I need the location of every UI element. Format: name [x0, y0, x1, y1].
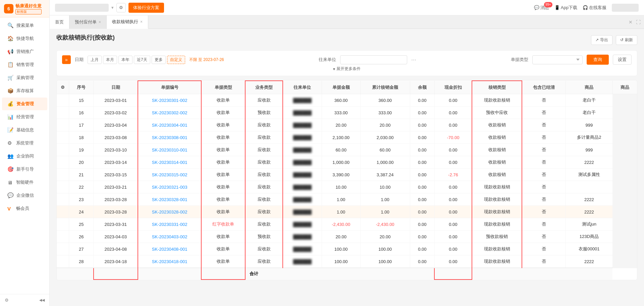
- topbar-right: 💬 消息 99+ 📱 App下载 🎧 在线客服: [534, 4, 639, 12]
- doc-no-link[interactable]: SK-20230302-002: [152, 110, 187, 115]
- table-row: 192023-03-10SK-20230310-001收款单应收款██████6…: [57, 144, 637, 156]
- table-cell[interactable]: SK-20230304-001: [138, 119, 201, 131]
- doc-no-link[interactable]: SK-20230315-002: [152, 172, 187, 177]
- basic-icon: 📝: [7, 127, 14, 133]
- table-scroll[interactable]: ⚙ 序号 日期 单据编号 单据类型 业务类型 往来单位 单据金额 累计核销金额 …: [57, 80, 637, 280]
- sidebar-label-member: 畅会员: [16, 205, 29, 211]
- setting-button[interactable]: 设置: [613, 55, 632, 65]
- tab-prepay-close[interactable]: ×: [99, 20, 101, 24]
- period-btn-custom[interactable]: 自定义: [167, 56, 185, 64]
- partner-input[interactable]: [340, 55, 407, 64]
- table-cell: ██████: [283, 119, 322, 131]
- doc-no-link[interactable]: SK-20230331-002: [152, 222, 187, 227]
- table-cell[interactable]: SK-20230331-002: [138, 218, 201, 231]
- sidebar-item-corp[interactable]: 👥 企业协同: [2, 150, 47, 163]
- sidebar-label-guide: 新手引导: [16, 166, 34, 172]
- export-button[interactable]: ↗ 导出: [591, 35, 612, 45]
- doc-no-link[interactable]: SK-20230308-001: [152, 135, 187, 140]
- period-btn-more[interactable]: 更多: [152, 56, 166, 64]
- tab-collection-close[interactable]: ×: [140, 19, 143, 24]
- table-cell[interactable]: SK-20230301-002: [138, 94, 201, 107]
- period-btn-this-year[interactable]: 本年: [118, 56, 132, 64]
- app-download-button[interactable]: 📱 App下载: [554, 5, 577, 11]
- tab-collection[interactable]: 收款核销执行 ×: [107, 15, 148, 29]
- tab-prepay[interactable]: 预付应付单 ×: [69, 15, 107, 29]
- sidebar-item-system[interactable]: ⚙ 系统管理: [2, 137, 47, 149]
- doc-no-link[interactable]: SK-20230310-001: [152, 147, 187, 152]
- doc-no-link[interactable]: SK-20230321-003: [152, 185, 187, 190]
- table-cell: ██████: [283, 131, 322, 144]
- dropdown-arrow-icon[interactable]: ▾: [111, 5, 114, 10]
- table-cell[interactable]: SK-20230310-001: [138, 144, 201, 156]
- doc-no-link[interactable]: SK-20230328-002: [152, 209, 187, 215]
- table-cell[interactable]: SK-20230321-003: [138, 181, 201, 193]
- table-cell[interactable]: SK-20230328-002: [138, 206, 201, 218]
- sidebar-label-sales: 销售管理: [16, 62, 34, 68]
- sidebar-item-marketing[interactable]: 📢 营销推广: [2, 45, 47, 58]
- doc-no-link[interactable]: SK-20230314-001: [152, 160, 187, 165]
- sidebar-item-finance[interactable]: 💰 资金管理: [2, 98, 47, 110]
- table-cell: 0.00: [434, 156, 472, 169]
- sidebar-item-hardware[interactable]: 🖥 智能硬件: [2, 176, 47, 189]
- sidebar-item-guide[interactable]: 🎯 新手引导: [2, 163, 47, 176]
- period-btn-last-month[interactable]: 上月: [88, 56, 102, 64]
- sidebar-item-purchase[interactable]: 🛒 采购管理: [2, 71, 47, 84]
- doc-no-link[interactable]: SK-20230304-001: [152, 123, 187, 128]
- doc-no-link[interactable]: SK-20230301-002: [152, 98, 187, 103]
- sidebar-item-wechat[interactable]: 💬 企业微信: [2, 189, 47, 202]
- period-btn-7days[interactable]: 近7天: [134, 56, 150, 64]
- expand-more-btn[interactable]: ▾ 展开更多条件: [62, 65, 632, 72]
- gear-button[interactable]: ⚙: [116, 3, 126, 12]
- doc-no-link[interactable]: SK-20230408-001: [152, 247, 187, 252]
- message-button[interactable]: 💬 消息 99+: [534, 5, 549, 11]
- sidebar-item-operation[interactable]: 📊 经营管理: [2, 111, 47, 123]
- sidebar-item-basic[interactable]: 📝 基础信息: [2, 124, 47, 136]
- tab-home[interactable]: 首页: [50, 15, 69, 29]
- table-cell: ██████: [283, 144, 322, 156]
- table-cell[interactable]: SK-20230315-002: [138, 169, 201, 181]
- sidebar-item-sales[interactable]: 📋 销售管理: [2, 58, 47, 71]
- home-icon: 🏠: [7, 36, 14, 42]
- query-button[interactable]: 查询: [587, 55, 609, 65]
- partner-blurred: ██████: [293, 98, 312, 103]
- table-cell[interactable]: SK-20230328-001: [138, 193, 201, 206]
- table-cell: 老白干: [566, 107, 612, 119]
- more-filters-icon[interactable]: ···: [411, 56, 416, 63]
- doc-type-select[interactable]: [532, 55, 583, 64]
- user-avatar[interactable]: [612, 4, 639, 12]
- solution-button[interactable]: 体验行业方案: [128, 3, 164, 13]
- table-cell[interactable]: SK-20230408-001: [138, 243, 201, 255]
- member-icon: V: [7, 206, 13, 211]
- table-cell: 收款核销: [472, 131, 522, 144]
- table-row: 162023-03-02SK-20230302-002收款单预收款██████3…: [57, 107, 637, 119]
- table-cell[interactable]: SK-20230403-002: [138, 231, 201, 243]
- sidebar-collapse-icon[interactable]: ◀◀: [39, 298, 45, 302]
- table-body: 152023-03-01SK-20230301-002收款单应收款██████3…: [57, 94, 637, 268]
- expand-tab-icon[interactable]: ⛶: [636, 19, 641, 25]
- table-cell: [612, 94, 637, 107]
- table-settings-icon[interactable]: ⚙: [61, 85, 65, 90]
- table-cell[interactable]: SK-20230314-001: [138, 156, 201, 169]
- period-btn-this-month[interactable]: 本月: [103, 56, 117, 64]
- filter-expand-button[interactable]: »: [62, 55, 71, 64]
- table-cell: [612, 119, 637, 131]
- doc-no-link[interactable]: SK-20230418-001: [152, 259, 187, 264]
- table-cell: 现款收款核销: [472, 243, 522, 255]
- table-cell: 应收款: [245, 243, 283, 255]
- table-cell: 否: [522, 107, 566, 119]
- close-all-icon[interactable]: ✕: [629, 19, 633, 25]
- online-service-button[interactable]: 🎧 在线客服: [583, 5, 606, 11]
- doc-no-link[interactable]: SK-20230403-002: [152, 234, 187, 239]
- sidebar-item-member[interactable]: V 畅会员: [2, 202, 47, 215]
- table-cell[interactable]: SK-20230308-001: [138, 131, 201, 144]
- sales-icon: 📋: [7, 62, 14, 68]
- sidebar-item-inventory[interactable]: 📦 库存核算: [2, 84, 47, 97]
- sidebar-item-search[interactable]: 🔍 搜索菜单: [2, 19, 47, 32]
- sidebar-item-quick[interactable]: 🏠 快捷导航: [2, 32, 47, 45]
- table-cell[interactable]: SK-20230418-001: [138, 255, 201, 268]
- doc-no-link[interactable]: SK-20230328-001: [152, 197, 187, 202]
- col-settings[interactable]: ⚙: [57, 81, 69, 94]
- table-cell[interactable]: SK-20230302-002: [138, 107, 201, 119]
- refresh-button[interactable]: ↺ 刷新: [616, 35, 637, 45]
- sidebar-settings-icon[interactable]: ⚙: [5, 298, 9, 303]
